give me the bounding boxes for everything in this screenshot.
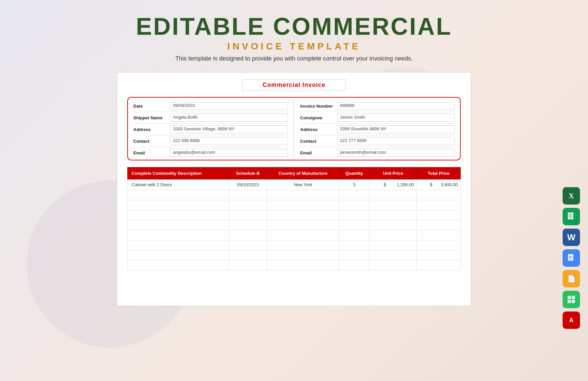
- col-quantity: Quantity: [339, 167, 370, 179]
- date-value[interactable]: 09/09/2023: [170, 102, 288, 110]
- excel-icon[interactable]: X: [563, 187, 580, 205]
- sheets-svg: [566, 212, 576, 222]
- svg-rect-10: [572, 296, 575, 299]
- consignee-email-label: Email: [300, 150, 337, 155]
- empty-cell: [128, 200, 229, 210]
- shipper-email-label: Email: [133, 150, 170, 155]
- pages-icon[interactable]: 📄: [563, 270, 580, 287]
- sub-title: INVOICE TEMPLATE: [227, 41, 361, 52]
- empty-cell: [339, 190, 370, 200]
- table-header-row: Complete Commodity Description Schedule …: [128, 167, 461, 179]
- page-container: EDITABLE COMMERCIAL INVOICE TEMPLATE Thi…: [0, 0, 588, 313]
- table-row: [128, 250, 461, 260]
- svg-rect-9: [568, 296, 571, 299]
- info-section: Date 09/09/2023 Shipper Name Angela Bofi…: [127, 97, 461, 160]
- row1-quantity[interactable]: 3: [339, 179, 370, 190]
- empty-cell: [370, 230, 417, 240]
- empty-cell: [229, 210, 267, 220]
- date-row: Date 09/09/2023: [133, 100, 288, 112]
- invoice-card: Commercial Invoice Date 09/09/2023 Shipp…: [117, 72, 471, 306]
- shipper-email-value[interactable]: angelabo@email.com: [170, 149, 288, 157]
- numbers-svg: [567, 295, 576, 304]
- table-row: [128, 240, 461, 250]
- svg-rect-12: [572, 300, 575, 303]
- word-icon[interactable]: W: [563, 229, 580, 246]
- col-schedule-b: Schedule B: [229, 167, 267, 179]
- empty-cell: [339, 240, 370, 250]
- shipper-address-row: Address 3300 Santonio Village, 8899 NY: [133, 124, 288, 135]
- table-row: [128, 220, 461, 230]
- consignee-email-value[interactable]: jamessmith@email.com: [337, 149, 455, 157]
- empty-cell: [370, 190, 417, 200]
- empty-cell: [128, 230, 229, 240]
- empty-cell: [128, 240, 229, 250]
- consignee-value[interactable]: James Smith: [337, 114, 455, 122]
- empty-cell: [417, 250, 461, 260]
- table-row: [128, 230, 461, 240]
- empty-cell: [339, 250, 370, 260]
- empty-cell: [417, 240, 461, 250]
- empty-cell: [417, 200, 461, 210]
- empty-cell: [267, 230, 339, 240]
- invoice-number-value[interactable]: 998898: [337, 102, 455, 110]
- docs-svg: [567, 253, 576, 263]
- empty-cell: [128, 210, 229, 220]
- empty-cell: [229, 190, 267, 200]
- consignee-email-row: Email jamessmith@email.com: [300, 147, 455, 158]
- shipper-address-value[interactable]: 3300 Santonio Village, 8899 NY: [170, 125, 288, 133]
- empty-cell: [370, 210, 417, 220]
- row1-total-price[interactable]: $ 3,600.00: [417, 179, 461, 190]
- table-row: [128, 200, 461, 210]
- row1-schedule-b[interactable]: 09/10/2023: [229, 179, 267, 190]
- consignee-contact-row: Contact 222 777 9999: [300, 135, 455, 147]
- empty-cell: [267, 220, 339, 230]
- shipper-contact-value[interactable]: 222 999 8888: [170, 137, 288, 145]
- empty-cell: [128, 220, 229, 230]
- row1-description[interactable]: Cabinet with 2 Doors: [128, 179, 229, 190]
- empty-cell: [267, 210, 339, 220]
- empty-cell: [229, 250, 267, 260]
- empty-cell: [339, 260, 370, 270]
- sidebar-icons: X W 📄 A: [563, 187, 580, 329]
- main-title: EDITABLE COMMERCIAL: [136, 13, 452, 40]
- empty-cell: [128, 260, 229, 270]
- table-row: [128, 190, 461, 200]
- empty-cell: [417, 220, 461, 230]
- empty-cell: [370, 200, 417, 210]
- consignee-contact-label: Contact: [300, 139, 337, 144]
- empty-cell: [339, 210, 370, 220]
- empty-cell: [267, 200, 339, 210]
- empty-cell: [267, 260, 339, 270]
- sheets-icon[interactable]: [563, 208, 580, 225]
- consignee-contact-value[interactable]: 222 777 9999: [337, 137, 455, 145]
- empty-cell: [267, 250, 339, 260]
- consignee-label: Consignee: [300, 115, 337, 120]
- shipper-contact-label: Contact: [133, 139, 170, 144]
- consignee-address-value[interactable]: 3399 Shoehills 8899 NY: [337, 125, 455, 133]
- col-description: Complete Commodity Description: [128, 167, 229, 179]
- empty-cell: [370, 220, 417, 230]
- docs-icon[interactable]: [563, 249, 580, 267]
- shipper-col: Date 09/09/2023 Shipper Name Angela Bofi…: [133, 100, 294, 158]
- invoice-title-box: Commercial Invoice: [242, 79, 346, 91]
- empty-cell: [229, 220, 267, 230]
- invoice-header-row: Commercial Invoice: [127, 79, 461, 91]
- empty-cell: [128, 190, 229, 200]
- table-row: [128, 260, 461, 270]
- empty-cell: [339, 200, 370, 210]
- shipper-name-value[interactable]: Angela Bofill: [170, 114, 288, 122]
- row1-unit-price[interactable]: $ 1,200.00: [370, 179, 417, 190]
- pdf-icon[interactable]: A: [563, 311, 580, 329]
- empty-cell: [339, 230, 370, 240]
- empty-cell: [417, 230, 461, 240]
- empty-cell: [229, 200, 267, 210]
- numbers-icon[interactable]: [563, 291, 580, 308]
- date-label: Date: [133, 104, 170, 109]
- shipper-name-row: Shipper Name Angela Bofill: [133, 112, 288, 124]
- empty-cell: [128, 250, 229, 260]
- empty-cell: [417, 190, 461, 200]
- row1-country[interactable]: New York: [267, 179, 339, 190]
- invoice-number-label: Invoice Number: [300, 104, 337, 109]
- col-country: Country of Manufacture: [267, 167, 339, 179]
- shipper-name-label: Shipper Name: [133, 115, 170, 120]
